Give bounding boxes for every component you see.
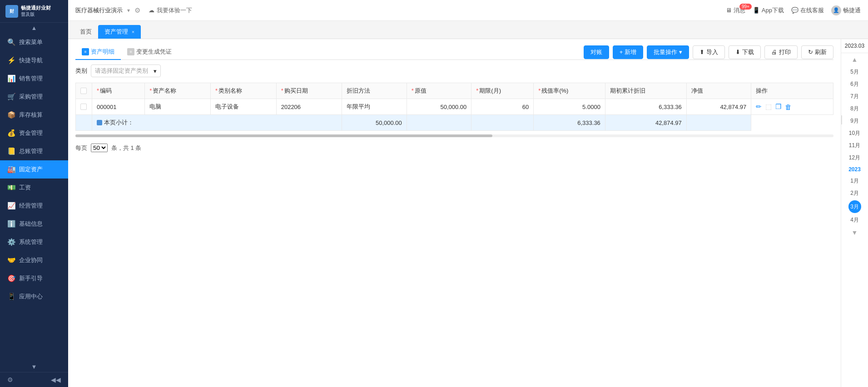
calendar-year-month[interactable]: 2023.03 — [841, 39, 868, 53]
tab-asset-management[interactable]: 资产管理 × — [98, 25, 141, 39]
table-row: 000001 电脑 电子设备 202206 年限平均 50,000.00 60 … — [76, 99, 833, 115]
category-select[interactable]: 请选择固定资产类别 ▾ — [91, 64, 161, 77]
new-btn[interactable]: + 新增 — [613, 45, 643, 59]
table-scrollbar[interactable] — [75, 134, 833, 137]
refresh-btn[interactable]: ↻ 刷新 — [801, 45, 833, 59]
sub-tab-change-voucher[interactable]: ≡ 变更生成凭证 — [121, 45, 178, 60]
calendar-month-2[interactable]: 2月 — [841, 187, 868, 199]
fixed-assets-icon: 🏭 — [7, 165, 15, 174]
calendar-month-4[interactable]: 4月 — [841, 214, 868, 226]
calendar-month-1[interactable]: 1月 — [841, 175, 868, 187]
reconcile-btn[interactable]: 对账 — [584, 45, 609, 59]
sidebar-item-sales[interactable]: 📊 销售管理 — [0, 69, 68, 88]
sidebar-item-app-center[interactable]: 📱 应用中心 — [0, 288, 68, 306]
sidebar-item-label: 基础信息 — [19, 220, 43, 228]
col-actions: 操作 — [751, 83, 833, 99]
tab-close-btn[interactable]: × — [132, 29, 134, 35]
calendar-month-5[interactable]: 5月 — [841, 66, 868, 78]
sidebar-item-label: 库存核算 — [19, 111, 43, 119]
per-page-label: 每页 — [75, 144, 87, 152]
duplicate-icon[interactable]: ❐ — [775, 103, 781, 111]
tab-home[interactable]: 首页 — [75, 25, 96, 39]
sidebar-item-newbie[interactable]: 🎯 新手引导 — [0, 269, 68, 288]
sidebar-item-basic-info[interactable]: ℹ️ 基础信息 — [0, 215, 68, 233]
user-btn[interactable]: 👤 畅捷通 — [831, 5, 861, 15]
sidebar-item-quicknav[interactable]: ⚡ 快捷导航 — [0, 51, 68, 69]
right-panel-toggle-btn[interactable]: ◀ — [841, 115, 842, 124]
settings-gear-icon[interactable]: ⚙ — [134, 6, 140, 15]
user-avatar-icon: 👤 — [831, 5, 841, 15]
row-original-value: 50,000.00 — [407, 99, 471, 115]
copy-icon[interactable]: ⬚ — [765, 103, 772, 111]
newbie-icon: 🎯 — [7, 274, 15, 283]
enterprise-icon: 🤝 — [7, 256, 15, 264]
col-purchase-date: *购买日期 — [276, 83, 342, 99]
company-dropdown-icon[interactable]: ▾ — [127, 7, 130, 14]
sidebar-item-operations[interactable]: 📈 经营管理 — [0, 197, 68, 215]
calendar-month-11[interactable]: 11月 — [841, 139, 868, 152]
calendar-month-9[interactable]: 9月 — [841, 115, 868, 127]
sidebar-item-label: 新手引导 — [19, 274, 43, 283]
subtotal-label: 本页小计： — [92, 115, 342, 131]
sidebar-item-enterprise[interactable]: 🤝 企业协同 — [0, 251, 68, 269]
sidebar-item-ledger[interactable]: 📒 总账管理 — [0, 142, 68, 160]
row-purchase-date: 202206 — [276, 99, 342, 115]
quicknav-icon: ⚡ — [7, 56, 15, 64]
select-all-header[interactable] — [76, 83, 92, 99]
subtotal-original-value: 50,000.00 — [342, 115, 407, 131]
app-download-btn[interactable]: 📱 App下载 — [753, 6, 784, 15]
experience-area: ☁ 我要体验一下 — [149, 6, 192, 15]
download-label: 下载 — [742, 48, 754, 56]
print-label: 打印 — [779, 48, 791, 56]
row-checkbox[interactable] — [80, 104, 87, 110]
sidebar-item-funds[interactable]: 💰 资金管理 — [0, 124, 68, 142]
delete-icon[interactable]: 🗑 — [785, 103, 792, 111]
per-page-select[interactable]: 50 — [91, 144, 108, 152]
select-all-checkbox[interactable] — [80, 88, 87, 94]
sidebar-item-label: 资金管理 — [19, 129, 43, 137]
sidebar-bottom: ⚙ ◀◀ — [0, 372, 68, 387]
experience-label[interactable]: 我要体验一下 — [157, 6, 192, 15]
sidebar-item-fixed-assets[interactable]: 🏭 固定资产 — [0, 160, 68, 179]
col-net-value: 净值 — [686, 83, 751, 99]
sidebar-item-search[interactable]: 🔍 搜索菜单 — [0, 33, 68, 51]
batch-ops-dropdown-icon: ▾ — [679, 49, 682, 55]
calendar-year-label[interactable]: 2023 — [841, 164, 868, 175]
settings-icon[interactable]: ⚙ — [7, 376, 13, 383]
notice-btn[interactable]: 🖥 消息 99+ — [726, 6, 745, 15]
sidebar-item-system[interactable]: ⚙️ 系统管理 — [0, 233, 68, 251]
service-btn[interactable]: 💬 在线客服 — [791, 6, 824, 15]
sidebar-item-purchase[interactable]: 🛒 采购管理 — [0, 88, 68, 106]
calendar-month-6[interactable]: 6月 — [841, 78, 868, 90]
edit-icon[interactable]: ✏ — [756, 103, 762, 111]
collapse-icon[interactable]: ◀◀ — [51, 376, 61, 383]
category-filter-label: 类别 — [75, 67, 87, 75]
download-btn[interactable]: ⬇ 下载 — [729, 45, 761, 59]
print-btn[interactable]: 🖨 打印 — [764, 45, 798, 59]
calendar-month-12[interactable]: 12月 — [841, 152, 868, 164]
calendar-month-7[interactable]: 7月 — [841, 90, 868, 103]
sidebar-item-label: 采购管理 — [19, 93, 43, 101]
sidebar-item-payroll[interactable]: 💵 工资 — [0, 179, 68, 197]
sidebar-item-inventory[interactable]: 📦 库存核算 — [0, 106, 68, 124]
calendar-scroll-down[interactable]: ▼ — [849, 226, 861, 239]
calendar-month-10[interactable]: 10月 — [841, 127, 868, 139]
batch-ops-btn[interactable]: 批量操作 ▾ — [647, 45, 689, 59]
row-checkbox-cell[interactable] — [76, 99, 92, 115]
sub-tab-asset-detail[interactable]: ≡ 资产明细 — [75, 45, 121, 60]
calendar-month-3-active[interactable]: 3月 — [848, 200, 861, 213]
asset-detail-tab-icon: ≡ — [82, 48, 89, 55]
col-residual-rate: *残值率(%) — [534, 83, 605, 99]
basic-info-icon: ℹ️ — [7, 220, 15, 228]
notice-badge: 99+ — [739, 4, 752, 10]
calendar-month-8[interactable]: 8月 — [841, 103, 868, 115]
toolbar-right: 对账 + 新增 批量操作 ▾ ⬆ 导入 ⬇ 下载 🖨 — [584, 45, 833, 59]
import-btn[interactable]: ⬆ 导入 — [693, 45, 725, 59]
service-label: 在线客服 — [800, 6, 824, 15]
sidebar-scroll-down[interactable]: ▼ — [0, 362, 68, 372]
print-icon: 🖨 — [771, 49, 777, 55]
sub-tabs: ≡ 资产明细 ≡ 变更生成凭证 对账 + 新增 批量操作 ▾ ⬆ — [75, 45, 833, 60]
sidebar-scroll-up[interactable]: ▲ — [0, 23, 68, 33]
row-name: 电脑 — [145, 99, 211, 115]
calendar-scroll-up[interactable]: ▲ — [849, 53, 861, 66]
